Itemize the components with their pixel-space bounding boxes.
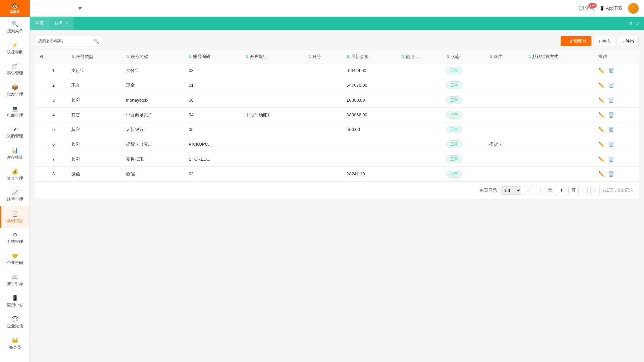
cell-no: 4 <box>48 108 67 122</box>
cell-usage <box>397 63 442 78</box>
page-input[interactable]: 1 <box>555 186 569 195</box>
cell-code: STORED... <box>184 152 241 167</box>
th-type[interactable]: ⇅账号类型 <box>67 50 122 63</box>
message-button[interactable]: 💬 消息 99+ <box>579 5 594 11</box>
delete-icon[interactable]: 🗑️ <box>608 112 614 118</box>
delete-icon[interactable]: 🗑️ <box>608 68 614 74</box>
next-page-btn[interactable]: ⟩ <box>578 186 588 195</box>
app-download-icon: 📱 <box>599 6 605 11</box>
sidebar-item-ecommerce[interactable]: 💻 电商管理 <box>0 101 29 122</box>
search-input[interactable] <box>38 39 93 43</box>
sidebar-item-system[interactable]: ⚙ 系统管理 <box>0 228 29 249</box>
page-label: 第 <box>548 187 552 193</box>
accounts-table: ⚙ ⇅账号类型 ⇅账号名称 ⇅账号编码 ⇅开户银行 <box>35 50 639 181</box>
last-page-btn[interactable]: ⟩⟩ <box>590 186 600 195</box>
cell-type: 其它 <box>67 93 122 108</box>
sidebar-item-basic-info[interactable]: 📋 基础信息 <box>0 206 29 228</box>
sidebar-item-label: 基础信息 <box>7 218 23 224</box>
th-actions: 操作 <box>594 50 639 63</box>
export-button[interactable]: ↓ 导出 <box>618 36 639 46</box>
th-index <box>48 50 67 63</box>
cell-usage <box>397 78 442 93</box>
edit-icon[interactable]: ✏️ <box>598 68 605 74</box>
sidebar-item-vip-member[interactable]: 👑 畅会员 <box>0 333 29 354</box>
page-suffix: 页 <box>571 187 576 193</box>
add-account-button[interactable]: + 新增账号 <box>561 36 591 46</box>
cell-usage <box>397 122 442 137</box>
sidebar-item-retail[interactable]: 🛒 零售管理 <box>0 59 29 80</box>
sidebar-item-wholesale[interactable]: 📦 批发管理 <box>0 80 29 101</box>
th-balance[interactable]: ⇅最新余额 <box>342 50 397 63</box>
status-badge: 正常 <box>446 140 462 148</box>
operations-icon: 📈 <box>12 189 18 196</box>
cell-account <box>304 63 342 78</box>
edit-icon[interactable]: ✏️ <box>598 127 605 133</box>
sidebar-item-new-guide[interactable]: 📖 新手引导 <box>0 270 29 291</box>
cell-account <box>304 137 342 152</box>
sidebar-item-inventory[interactable]: 📊 库存核算 <box>0 143 29 164</box>
status-badge: 正常 <box>446 126 462 133</box>
sidebar-item-app-center[interactable]: 📱 应用中心 <box>0 291 29 312</box>
topbar-search-input[interactable] <box>35 4 75 13</box>
sidebar-item-finance[interactable]: 💰 资金管理 <box>0 164 29 185</box>
sidebar-item-label: 电商管理 <box>7 113 23 118</box>
sidebar-item-operations[interactable]: 📈 经营管理 <box>0 185 29 206</box>
cell-balance: 10000.00 <box>342 93 397 108</box>
import-button[interactable]: ↑ 导入 <box>594 36 615 46</box>
th-usage[interactable]: ⇅使用... <box>397 50 442 63</box>
edit-icon[interactable]: ✏️ <box>598 97 605 103</box>
cell-no: 3 <box>48 93 67 108</box>
edit-icon[interactable]: ✏️ <box>598 141 605 147</box>
edit-icon[interactable]: ✏️ <box>598 171 605 177</box>
tabbar-close-btn[interactable]: ✕ <box>629 20 633 27</box>
delete-icon[interactable]: 🗑️ <box>608 171 614 177</box>
purchase-icon: 🛍 <box>12 126 18 132</box>
cell-type: 其它 <box>67 152 122 167</box>
edit-icon[interactable]: ✏️ <box>598 156 605 162</box>
th-remark[interactable]: ⇅备注 <box>485 50 524 63</box>
sidebar-item-enterprise-wechat[interactable]: 💬 企业微信 <box>0 312 29 333</box>
th-name[interactable]: ⇅账号名称 <box>122 50 184 63</box>
th-account[interactable]: ⇅账号 <box>304 50 342 63</box>
tab-account-label: 账号 <box>54 20 63 26</box>
app-logo: 🐯 乐惠版 <box>0 0 30 17</box>
ecommerce-icon: 💻 <box>12 105 18 112</box>
th-default-payment[interactable]: ⇅默认结算方式 <box>524 50 594 63</box>
tab-account-close[interactable]: ✕ <box>65 21 68 26</box>
cell-settings <box>35 122 48 137</box>
th-code[interactable]: ⇅账号编码 <box>184 50 241 63</box>
th-status[interactable]: ⇅状态 <box>442 50 485 63</box>
th-settings[interactable]: ⚙ <box>35 50 48 63</box>
delete-icon[interactable]: 🗑️ <box>608 82 614 88</box>
tab-account[interactable]: 账号 ✕ <box>49 17 74 30</box>
sidebar-item-search-menu[interactable]: 🔍 搜索菜单 <box>0 17 29 38</box>
cell-settings <box>35 78 48 93</box>
edit-icon[interactable]: ✏️ <box>598 112 605 118</box>
cell-code: PICKUPC... <box>184 137 241 152</box>
cell-actions: ✏️ 🗑️ <box>594 78 639 93</box>
tab-home[interactable]: 首页 <box>30 17 49 30</box>
sidebar-item-label: 库存核算 <box>7 155 23 160</box>
edit-icon[interactable]: ✏️ <box>598 82 605 88</box>
app-download-button[interactable]: 📱 App下载 <box>599 5 623 11</box>
cell-settings <box>35 137 48 152</box>
sidebar-item-enterprise-agreement[interactable]: 🤝 企业协同 <box>0 249 29 270</box>
sidebar-item-quick-nav[interactable]: ⚡ 快捷导航 <box>0 38 29 59</box>
sidebar-item-label: 系统管理 <box>7 239 23 245</box>
delete-icon[interactable]: 🗑️ <box>608 127 614 133</box>
user-avatar[interactable] <box>628 3 639 14</box>
delete-icon[interactable]: 🗑️ <box>608 141 614 147</box>
th-bank[interactable]: ⇅开户银行 <box>241 50 304 63</box>
table-row: 2 现金 现金 01 547670.00 正常 ✏️ 🗑️ <box>35 78 639 93</box>
page-size-select[interactable]: 50 100 200 <box>501 186 521 195</box>
prev-page-btn[interactable]: ⟨ <box>536 186 545 195</box>
topbar-dropdown-btn[interactable]: ▼ <box>78 6 83 11</box>
tabbar-expand-btn[interactable]: ⤢ <box>636 20 640 27</box>
first-page-btn[interactable]: ⟨⟨ <box>524 186 533 195</box>
delete-icon[interactable]: 🗑️ <box>608 156 614 162</box>
cell-code: 01 <box>184 78 241 93</box>
delete-icon[interactable]: 🗑️ <box>608 97 614 103</box>
cell-settings <box>35 63 48 78</box>
tabbar-actions: ✕ ⤢ <box>625 17 644 30</box>
sidebar-item-purchase[interactable]: 🛍 采购管理 <box>0 122 29 143</box>
